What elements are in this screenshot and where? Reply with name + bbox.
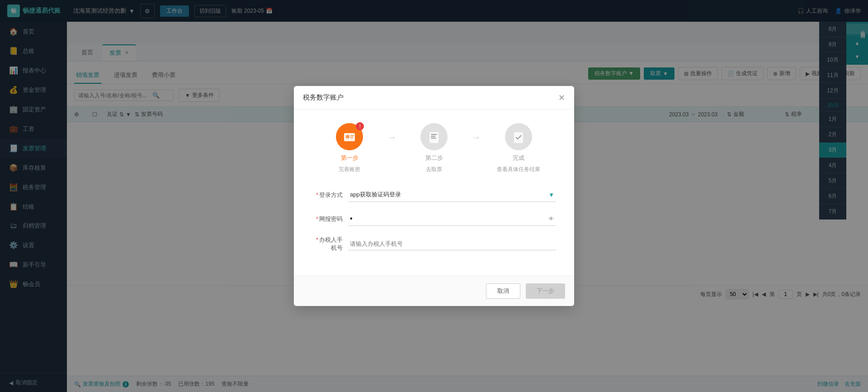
next-button[interactable]: 下一步 bbox=[526, 283, 565, 299]
phone-input[interactable] bbox=[350, 240, 554, 247]
password-row: 网报密码 👁 bbox=[312, 212, 556, 226]
step3-icon-wrap bbox=[505, 123, 532, 150]
step-3: 完成 查看具体任务结果 bbox=[481, 123, 556, 173]
dialog-footer: 取消 下一步 bbox=[294, 276, 574, 306]
svg-rect-0 bbox=[344, 133, 355, 141]
password-label: 网报密码 bbox=[312, 215, 348, 223]
phone-row: 办税人手机号 bbox=[312, 236, 556, 252]
dialog-overlay: 税务数字账户 ✕ ! bbox=[0, 0, 868, 392]
eye-icon[interactable]: 👁 bbox=[548, 215, 554, 222]
step3-icon bbox=[511, 129, 526, 144]
svg-rect-6 bbox=[431, 136, 435, 137]
step-2: 第二步 去取票 bbox=[396, 123, 472, 173]
svg-point-1 bbox=[346, 135, 349, 139]
phone-field bbox=[348, 238, 556, 250]
step-1: ! 第一步 完善账密 bbox=[312, 123, 387, 173]
phone-label: 办税人手机号 bbox=[312, 236, 348, 252]
svg-rect-5 bbox=[431, 134, 437, 135]
login-method-label: 登录方式 bbox=[312, 191, 348, 199]
step1-sublabel: 完善账密 bbox=[339, 166, 360, 173]
step3-label: 完成 bbox=[513, 154, 524, 162]
dialog-header: 税务数字账户 ✕ bbox=[294, 86, 574, 110]
step2-icon-wrap bbox=[420, 123, 448, 150]
dialog-body: ! 第一步 完善账密 → bbox=[294, 110, 574, 276]
login-method-row: 登录方式 app获取验证码登录 ▼ bbox=[312, 188, 556, 202]
login-method-value: app获取验证码登录 bbox=[350, 191, 401, 199]
svg-rect-2 bbox=[350, 135, 354, 136]
step3-sublabel: 查看具体任务结果 bbox=[497, 166, 540, 173]
dialog-close-button[interactable]: ✕ bbox=[558, 94, 565, 102]
password-field: 👁 bbox=[348, 212, 556, 226]
step-arrow-1: → bbox=[387, 123, 396, 143]
step1-icon-wrap: ! bbox=[336, 123, 363, 150]
step1-badge: ! bbox=[356, 122, 364, 130]
cancel-button[interactable]: 取消 bbox=[486, 283, 520, 299]
svg-rect-7 bbox=[431, 138, 436, 139]
step2-label: 第二步 bbox=[425, 154, 443, 162]
tax-account-dialog: 税务数字账户 ✕ ! bbox=[294, 86, 574, 306]
login-method-select[interactable]: app获取验证码登录 ▼ bbox=[348, 188, 556, 202]
dialog-title: 税务数字账户 bbox=[303, 93, 344, 102]
svg-rect-3 bbox=[350, 137, 353, 138]
dropdown-icon: ▼ bbox=[548, 191, 554, 198]
step1-icon bbox=[342, 129, 357, 144]
password-input[interactable] bbox=[350, 215, 548, 223]
step2-sublabel: 去取票 bbox=[426, 166, 442, 173]
steps-indicator: ! 第一步 完善账密 → bbox=[312, 123, 556, 173]
step1-label: 第一步 bbox=[341, 154, 359, 162]
step2-icon bbox=[427, 129, 441, 144]
step-arrow-2: → bbox=[472, 123, 481, 143]
